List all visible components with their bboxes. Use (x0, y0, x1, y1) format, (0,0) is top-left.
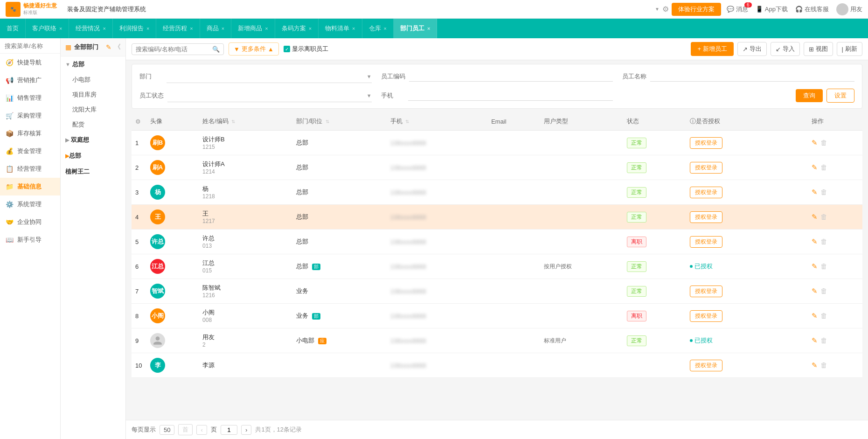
filter-dept-select-wrap[interactable]: ▼ (167, 70, 372, 83)
dept-item-peihuo[interactable]: 配货 (61, 117, 125, 132)
delete-icon[interactable]: 🗑 (820, 139, 827, 146)
tab-close-warehouse[interactable]: × (384, 26, 387, 31)
query-button[interactable]: 查询 (796, 89, 823, 102)
search-input[interactable] (136, 46, 210, 53)
filter-dept-input[interactable] (167, 71, 367, 81)
tab-warehouse[interactable]: 仓库 × (362, 19, 394, 38)
dept-group-header-zb[interactable]: ▶ 总部 (61, 148, 125, 164)
phone-sort-icon[interactable]: ⇅ (405, 119, 409, 124)
edit-icon[interactable]: ✎ (812, 163, 818, 171)
delete-icon[interactable]: 🗑 (820, 262, 827, 270)
sidebar-item-finance[interactable]: 💰 资金管理 (0, 142, 60, 160)
sidebar-item-guide[interactable]: 📖 新手引导 (0, 231, 60, 249)
delete-icon[interactable]: 🗑 (820, 361, 827, 369)
tab-close-profit[interactable]: × (146, 26, 149, 31)
sidebar-item-inventory[interactable]: 📦 库存核算 (0, 125, 60, 142)
edit-icon[interactable]: ✎ (812, 213, 818, 221)
show-resigned-wrap[interactable]: ✓ 显示离职员工 (284, 45, 328, 53)
delete-icon[interactable]: 🗑 (820, 312, 827, 320)
view-button[interactable]: ⊞ 视图 (804, 42, 833, 56)
service-btn[interactable]: 🎧 在线客服 (795, 5, 829, 14)
sidebar-item-collab[interactable]: 🤝 企业协同 (0, 213, 60, 231)
delete-icon[interactable]: 🗑 (820, 188, 827, 196)
filter-status-input[interactable] (167, 91, 367, 100)
dept-edit-icon[interactable]: ✎ (106, 43, 111, 51)
sidebar-item-sales[interactable]: 📊 销售管理 (0, 89, 60, 107)
auth-login-button[interactable]: 授权登录 (690, 286, 722, 297)
dept-group-header-stx[interactable]: ▶ 双庭想 (61, 132, 125, 148)
export-button[interactable]: ↗ 导出 (737, 42, 767, 56)
auth-login-button[interactable]: 授权登录 (690, 187, 722, 198)
set-button[interactable]: 设置 (826, 89, 854, 103)
tab-goods[interactable]: 商品 × (200, 19, 231, 38)
tab-close-bom[interactable]: × (352, 26, 355, 31)
tab-close-history[interactable]: × (190, 26, 193, 31)
delete-icon[interactable]: 🗑 (820, 287, 827, 295)
edit-icon[interactable]: ✎ (812, 312, 818, 320)
tab-close-dept-staff[interactable]: × (427, 26, 430, 31)
edit-icon[interactable]: ✎ (812, 188, 818, 196)
edit-icon[interactable]: ✎ (812, 336, 818, 344)
more-filter-btn[interactable]: ▼ 更多条件 ▲ (229, 42, 279, 56)
dept-sort-icon[interactable]: ⇅ (326, 119, 329, 124)
tab-close-add-goods[interactable]: × (265, 26, 268, 31)
settings-icon[interactable]: ⚙ (135, 118, 141, 125)
delete-icon[interactable]: 🗑 (820, 213, 827, 221)
app-download-btn[interactable]: 📱 App下载 (756, 5, 788, 14)
delete-icon[interactable]: 🗑 (820, 163, 827, 171)
import-button[interactable]: ↙ 导入 (771, 42, 800, 56)
tab-customer[interactable]: 客户联络 × (26, 19, 69, 38)
edit-icon[interactable]: ✎ (812, 237, 818, 245)
auth-login-button[interactable]: 授权登录 (690, 310, 722, 322)
tab-profit[interactable]: 利润报告 × (113, 19, 156, 38)
auth-login-button[interactable]: 授权登录 (690, 236, 722, 248)
sidebar-search-input[interactable] (5, 42, 61, 49)
tab-barcode[interactable]: 条码方案 × (275, 19, 319, 38)
sidebar-item-system[interactable]: ⚙️ 系统管理 (0, 195, 60, 213)
page-prev-btn[interactable]: ‹ (196, 425, 207, 435)
print-button[interactable]: | 刷新 (837, 42, 862, 56)
auth-login-button[interactable]: 授权登录 (690, 360, 722, 371)
dept-item-xiaodian[interactable]: 小电部 (61, 72, 125, 87)
filter-empcode-input[interactable] (409, 71, 613, 82)
show-resigned-checkbox[interactable]: ✓ (284, 46, 290, 52)
sidebar-item-marketing[interactable]: 📢 营销推广 (0, 71, 60, 89)
sidebar-item-purchase[interactable]: 🛒 采购管理 (0, 107, 60, 125)
page-next-btn[interactable]: › (241, 425, 251, 435)
tab-dept-staff[interactable]: 部门员工 × (394, 19, 437, 38)
dept-item-shenyang[interactable]: 沈阳大库 (61, 102, 125, 117)
page-size-value[interactable]: 50 (160, 425, 174, 435)
dept-group-header-head[interactable]: ▼ 总部 (61, 56, 125, 72)
tab-history[interactable]: 经营历程 × (156, 19, 200, 38)
add-employee-button[interactable]: + 新增员工 (691, 42, 733, 56)
sidebar-item-basic[interactable]: 📁 基础信息 (0, 178, 60, 195)
user-menu[interactable]: 用友 (836, 3, 862, 15)
delete-icon[interactable]: 🗑 (820, 336, 827, 344)
trial-button[interactable]: 体验行业方案 (672, 3, 721, 16)
th-settings[interactable]: ⚙ (132, 112, 146, 131)
name-sort-icon[interactable]: ⇅ (231, 119, 235, 124)
sys-title-dropdown[interactable]: ▼ (655, 7, 660, 12)
tab-add-goods[interactable]: 新增商品 × (231, 19, 275, 38)
dept-group-header-zs[interactable]: 植树王二 (61, 164, 125, 180)
dept-collapse-icon[interactable]: 《 (114, 43, 121, 51)
message-btn[interactable]: 💬 消息 6 (727, 5, 748, 14)
auth-login-button[interactable]: 授权登录 (690, 162, 722, 174)
edit-icon[interactable]: ✎ (812, 361, 818, 369)
tab-close-barcode[interactable]: × (309, 26, 312, 31)
filter-status-select-wrap[interactable]: ▼ (167, 89, 372, 102)
tab-home[interactable]: 首页 (0, 19, 26, 38)
edit-icon[interactable]: ✎ (812, 139, 818, 146)
page-first-btn[interactable]: 首 (178, 424, 193, 435)
auth-login-button[interactable]: 授权登录 (690, 137, 722, 149)
edit-icon[interactable]: ✎ (812, 262, 818, 270)
tab-close-goods[interactable]: × (222, 26, 224, 31)
edit-icon[interactable]: ✎ (812, 287, 818, 295)
filter-phone-input[interactable] (408, 91, 613, 101)
filter-empname-input[interactable] (650, 71, 854, 82)
tab-operation[interactable]: 经营情况 × (69, 19, 112, 38)
sidebar-item-ops[interactable]: 📋 经营管理 (0, 160, 60, 178)
page-input[interactable] (221, 425, 237, 435)
sidebar-item-quicknav[interactable]: 🧭 快捷导航 (0, 54, 60, 71)
delete-icon[interactable]: 🗑 (820, 237, 827, 245)
